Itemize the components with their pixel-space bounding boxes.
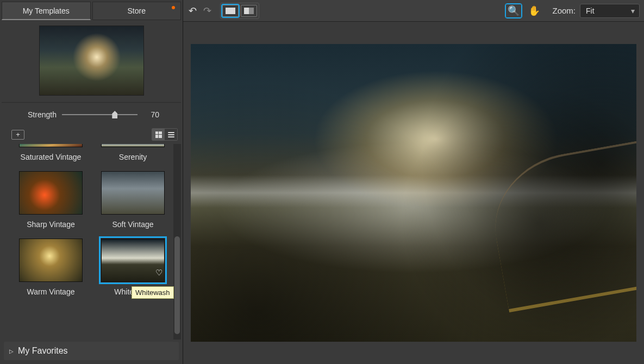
main-area: ↶ ↷ 🔍 ✋ Zoom: Fit: [183, 0, 644, 364]
strength-slider[interactable]: [62, 110, 137, 119]
strength-label: Strength: [28, 110, 57, 119]
add-collection-button[interactable]: +: [11, 130, 24, 140]
template-preview-area: [2, 20, 181, 103]
template-label: Saturated Vintage: [21, 153, 82, 161]
template-sharp-vintage[interactable]: Sharp Vintage: [16, 171, 86, 229]
grid-icon: [155, 131, 162, 138]
zoom-label: Zoom:: [552, 6, 576, 15]
templates-grid: Saturated VintageSerenitySharp VintageSo…: [6, 144, 178, 302]
sidebar-tabs: My Templates Store: [2, 2, 181, 20]
sidebar: My Templates Store Strength 70 +: [0, 0, 183, 364]
zoom-select[interactable]: Fit: [580, 4, 640, 18]
top-toolbar: ↶ ↷ 🔍 ✋ Zoom: Fit: [183, 0, 644, 22]
magnifier-icon: 🔍: [508, 5, 520, 17]
template-saturated-vintage[interactable]: Saturated Vintage: [16, 144, 86, 161]
canvas-area: [183, 22, 644, 364]
undo-button[interactable]: ↶: [187, 4, 198, 18]
hand-tool-button[interactable]: ✋: [526, 4, 542, 18]
templates-toolbar: +: [2, 127, 181, 144]
redo-button[interactable]: ↷: [202, 4, 212, 18]
zoom-tool-button[interactable]: 🔍: [505, 4, 522, 18]
view-switch: [152, 128, 178, 141]
templates-scrollbar[interactable]: [173, 144, 181, 340]
template-label: Warm Vintage: [27, 287, 75, 296]
redo-icon: ↷: [203, 5, 211, 16]
template-serenity[interactable]: Serenity: [98, 144, 168, 161]
hand-icon: ✋: [528, 5, 540, 17]
undo-icon: ↶: [189, 5, 197, 16]
single-view-button[interactable]: [222, 5, 239, 17]
store-update-dot-icon: [172, 6, 175, 9]
strength-row: Strength 70: [2, 103, 181, 127]
template-label: Serenity: [119, 153, 147, 161]
template-soft-vintage[interactable]: Soft Vintage: [98, 171, 168, 229]
accordion-label: My Favorites: [18, 346, 68, 356]
template-whitewash[interactable]: Whitewash♡Whitewash: [98, 239, 168, 296]
tooltip: Whitewash: [132, 286, 174, 299]
tab-my-templates[interactable]: My Templates: [2, 2, 91, 20]
slider-thumb[interactable]: [112, 111, 117, 118]
plus-icon: +: [16, 131, 20, 138]
grid-view-button[interactable]: [152, 129, 165, 140]
template-thumbnail[interactable]: [19, 171, 83, 215]
my-favorites-accordion[interactable]: ▷ My Favorites: [4, 342, 179, 360]
scrollbar-thumb[interactable]: [174, 236, 180, 334]
template-label: Soft Vintage: [112, 220, 153, 229]
template-thumbnail[interactable]: [19, 144, 83, 147]
favorite-heart-icon[interactable]: ♡: [155, 268, 162, 278]
split-view-icon: [244, 8, 254, 14]
template-thumbnail[interactable]: [101, 144, 165, 147]
template-warm-vintage[interactable]: Warm Vintage: [16, 239, 86, 296]
list-icon: [168, 132, 174, 137]
preview-thumbnail[interactable]: [39, 26, 144, 96]
templates-scroll-area: Saturated VintageSerenitySharp VintageSo…: [2, 144, 181, 340]
template-label: Sharp Vintage: [27, 220, 74, 229]
template-thumbnail[interactable]: [101, 171, 165, 215]
strength-value: 70: [143, 110, 159, 119]
tab-label: My Templates: [23, 7, 70, 15]
image-canvas[interactable]: [191, 44, 636, 342]
compare-mode-group: [220, 3, 259, 19]
slider-track: [62, 114, 137, 115]
chevron-right-icon: ▷: [9, 348, 14, 354]
single-view-icon: [226, 8, 235, 14]
split-view-button[interactable]: [241, 5, 257, 17]
zoom-value: Fit: [586, 7, 595, 15]
list-view-button[interactable]: [165, 129, 177, 140]
tab-store[interactable]: Store: [92, 2, 182, 20]
template-thumbnail[interactable]: [19, 239, 83, 282]
tab-label: Store: [128, 7, 146, 15]
